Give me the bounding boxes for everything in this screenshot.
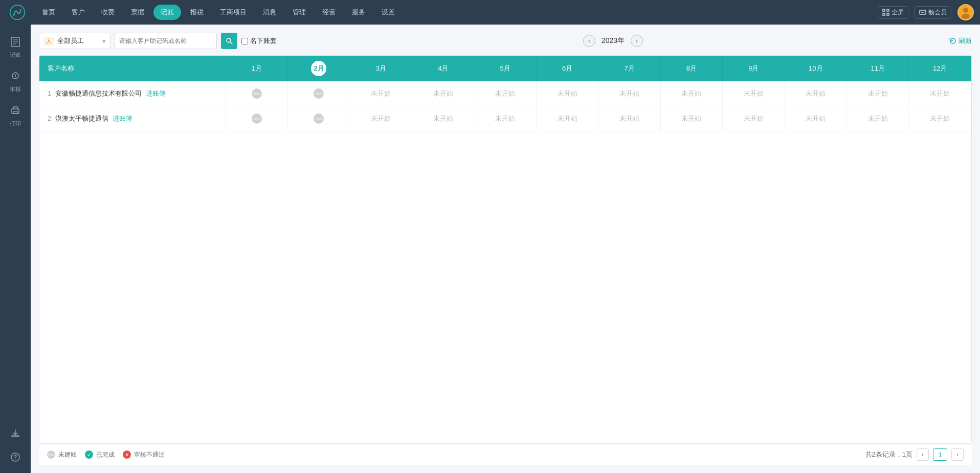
- member-button[interactable]: 畅会员: [915, 6, 951, 19]
- nav-item-管理[interactable]: 管理: [285, 5, 313, 20]
- legend-completed: ✓ 已完成: [85, 451, 115, 459]
- status-not-started: 未开始: [371, 89, 391, 97]
- cell-month-2: —: [288, 106, 350, 131]
- sidebar-item-print[interactable]: 打印: [0, 98, 31, 132]
- nav-item-消息[interactable]: 消息: [256, 5, 283, 20]
- member-label: 畅会员: [928, 8, 947, 17]
- footer: — 未建账 ✓ 已完成 ✕ 审核不通过 共2条记录，1页 ‹ 1 ›: [39, 444, 972, 465]
- status-not-started: 未开始: [744, 89, 764, 97]
- content-area: 人 全部员工 ▾ 名下账套 ‹ 2023年 › 刷新: [31, 25, 980, 473]
- table-row: 2漠澳太平畅捷通信进账簿——未开始未开始未开始未开始未开始未开始未开始未开始未开…: [39, 106, 971, 131]
- col-header-name: 客户名称: [39, 56, 226, 81]
- status-dash-icon: —: [314, 88, 324, 99]
- nav-item-经营[interactable]: 经营: [315, 5, 343, 20]
- cell-month-8: 未开始: [660, 81, 722, 106]
- cell-month-9: 未开始: [723, 81, 785, 106]
- sidebar-download-icon[interactable]: [6, 424, 25, 444]
- fullscreen-button[interactable]: 全屏: [878, 6, 908, 19]
- audit-icon: [8, 69, 23, 83]
- svg-rect-2: [883, 9, 885, 11]
- enter-ledger-button[interactable]: 进账簿: [113, 115, 132, 122]
- status-dash-icon: —: [314, 114, 324, 124]
- status-not-started: 未开始: [619, 89, 639, 97]
- next-page-button[interactable]: ›: [951, 448, 964, 461]
- current-page: 1: [933, 448, 947, 461]
- nav-item-设置[interactable]: 设置: [374, 5, 402, 20]
- status-not-started: 未开始: [558, 89, 577, 97]
- svg-rect-20: [12, 435, 19, 437]
- prev-page-button[interactable]: ‹: [917, 448, 929, 461]
- cell-month-9: 未开始: [723, 106, 785, 131]
- table-header-row: 客户名称 1月2月3月4月5月6月7月8月9月10月11月12月: [39, 56, 971, 81]
- search-input[interactable]: [119, 37, 201, 44]
- cell-month-7: 未开始: [598, 106, 660, 131]
- nav-item-票据[interactable]: 票据: [124, 5, 151, 20]
- cell-month-3: 未开始: [350, 106, 412, 131]
- avatar: [957, 4, 974, 20]
- sidebar-item-audit[interactable]: 审核: [0, 64, 31, 98]
- year-nav: ‹ 2023年 ›: [583, 35, 643, 47]
- svg-rect-5: [887, 13, 889, 15]
- cell-month-8: 未开始: [660, 106, 722, 131]
- status-not-started: 未开始: [681, 115, 701, 122]
- table-wrap: 客户名称 1月2月3月4月5月6月7月8月9月10月11月12月 1安徽畅捷通信…: [39, 55, 972, 444]
- employee-tag: 人: [43, 37, 54, 46]
- nav-items: 首页客户收费票据记账报税工商项目消息管理经营服务设置: [35, 5, 878, 20]
- status-dash-icon: —: [252, 114, 262, 124]
- ledger-icon: [8, 35, 23, 49]
- enter-ledger-button[interactable]: 进账簿: [146, 89, 166, 97]
- nav-item-收费[interactable]: 收费: [94, 5, 122, 20]
- cell-month-7: 未开始: [598, 81, 660, 106]
- sidebar-audit-label: 审核: [10, 85, 21, 93]
- table-row: 1安徽畅捷通信息技术有限公司进账簿——未开始未开始未开始未开始未开始未开始未开始…: [39, 81, 971, 106]
- svg-line-25: [230, 42, 232, 44]
- sidebar-bottom: [6, 424, 25, 468]
- status-not-started: 未开始: [930, 115, 950, 122]
- prev-year-button[interactable]: ‹: [583, 35, 595, 47]
- legend-not-started-label: 未建账: [58, 451, 77, 459]
- status-not-started: 未开始: [495, 89, 515, 97]
- nav-item-服务[interactable]: 服务: [345, 5, 372, 20]
- cell-month-5: 未开始: [474, 81, 536, 106]
- sidebar-help-icon[interactable]: [6, 448, 25, 468]
- nav-item-首页[interactable]: 首页: [35, 5, 62, 20]
- nav-item-工商项目[interactable]: 工商项目: [213, 5, 254, 20]
- nav-item-客户[interactable]: 客户: [64, 5, 92, 20]
- checkbox-label[interactable]: 名下账套: [241, 36, 277, 46]
- refresh-button[interactable]: 刷新: [949, 36, 972, 46]
- svg-point-1: [13, 14, 15, 16]
- col-header-month-3: 3月: [350, 56, 412, 81]
- company-name: 安徽畅捷通信息技术有限公司: [55, 89, 142, 97]
- status-not-started: 未开始: [495, 115, 515, 122]
- legend-rejected: ✕ 审核不通过: [123, 451, 165, 459]
- company-name: 漠澳太平畅捷通信: [55, 115, 108, 122]
- status-not-started: 未开始: [433, 115, 453, 122]
- legend-rejected-label: 审核不通过: [134, 451, 165, 459]
- svg-rect-4: [883, 13, 885, 15]
- svg-point-9: [963, 8, 968, 13]
- sidebar-item-ledger[interactable]: 记账: [0, 30, 31, 64]
- search-input-wrap: [115, 33, 217, 49]
- col-header-month-12: 12月: [909, 56, 971, 81]
- page-info: 共2条记录，1页 ‹ 1 ›: [865, 448, 964, 461]
- my-accounts-checkbox[interactable]: [241, 38, 248, 44]
- employee-select[interactable]: 人 全部员工 ▾: [39, 33, 110, 49]
- year-display: 2023年: [602, 36, 625, 46]
- nav-item-报税[interactable]: 报税: [183, 5, 211, 20]
- cell-month-2: —: [288, 81, 350, 106]
- sidebar: 记账 审核 打印: [0, 25, 31, 473]
- next-year-button[interactable]: ›: [631, 35, 643, 47]
- cell-month-12: 未开始: [909, 81, 971, 106]
- total-text: 共2条记录，1页: [865, 450, 912, 459]
- col-header-month-11: 11月: [847, 56, 909, 81]
- status-not-started: 未开始: [681, 89, 701, 97]
- nav-item-记账[interactable]: 记账: [153, 5, 181, 20]
- top-nav-right: 全屏 畅会员: [878, 4, 974, 20]
- status-not-started: 未开始: [433, 89, 453, 97]
- employee-select-label: 全部员工: [57, 36, 84, 46]
- fullscreen-label: 全屏: [892, 8, 904, 17]
- toolbar: 人 全部员工 ▾ 名下账套 ‹ 2023年 › 刷新: [39, 33, 972, 49]
- cell-month-1: —: [226, 81, 287, 106]
- cell-month-6: 未开始: [536, 81, 598, 106]
- search-button[interactable]: [221, 33, 237, 49]
